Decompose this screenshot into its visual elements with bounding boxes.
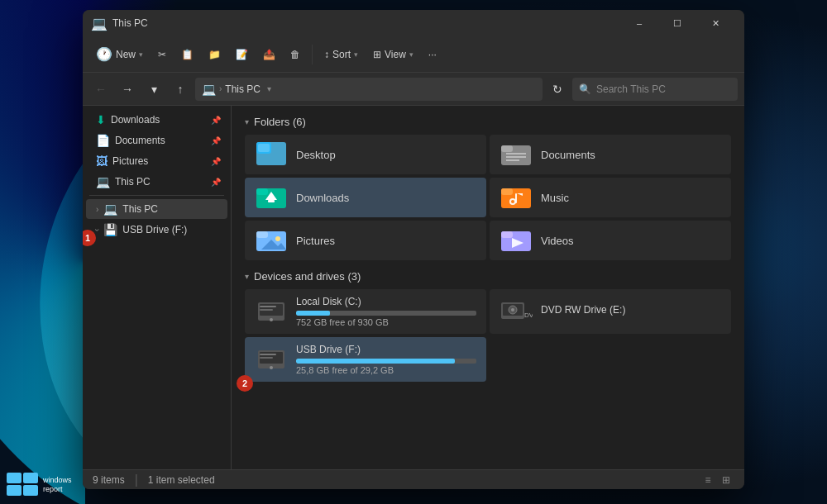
pin-icon-documents: 📌	[211, 136, 221, 145]
drive-thumb-f	[255, 345, 288, 374]
more-button[interactable]: ···	[422, 45, 443, 64]
sidebar-label-thispc-quick: This PC	[115, 176, 206, 188]
sidebar-label-pictures: Pictures	[112, 155, 206, 167]
svg-rect-40	[7, 473, 22, 483]
rename-button[interactable]: 📝	[229, 45, 255, 64]
new-button[interactable]: 🕐 New ▾	[89, 43, 150, 65]
drives-section-arrow[interactable]: ▾	[245, 272, 249, 281]
svg-rect-23	[501, 231, 513, 238]
back-button[interactable]: ←	[89, 78, 112, 101]
paste-button[interactable]: 📁	[202, 45, 227, 64]
status-bar: 9 items | 1 item selected ≡ ⊞	[83, 469, 744, 489]
drive-item-f[interactable]: USB Drive (F:) 25,8 GB free of 29,2 GB 2	[245, 337, 486, 382]
sidebar-item-downloads[interactable]: ⬇ Downloads 📌	[86, 110, 227, 130]
folders-section-arrow[interactable]: ▾	[245, 117, 249, 126]
close-button[interactable]: ✕	[696, 10, 734, 36]
folder-name-downloads: Downloads	[296, 192, 349, 204]
copy-icon: 📋	[181, 49, 194, 60]
folder-item-pictures[interactable]: Pictures	[245, 221, 486, 260]
svg-point-21	[275, 236, 280, 241]
window-title: This PC	[112, 17, 620, 29]
folders-section-title: Folders (6)	[254, 116, 306, 128]
maximize-button[interactable]: ☐	[658, 10, 696, 36]
sidebar-label-usb: USB Drive (F:)	[122, 224, 221, 235]
folder-thumb-documents	[500, 141, 533, 168]
sidebar-item-this-pc[interactable]: › 💻 This PC	[86, 199, 227, 219]
sidebar: ⬇ Downloads 📌 📄 Documents 📌 🖼 Pictures 📌…	[83, 106, 232, 469]
drive-item-c[interactable]: Local Disk (C:) 752 GB free of 930 GB	[245, 289, 486, 334]
expand-arrow-thispc: ›	[96, 205, 98, 214]
forward-button[interactable]: →	[116, 78, 139, 101]
sidebar-item-usb-drive[interactable]: › 💾 USB Drive (F:) 1	[86, 220, 227, 240]
search-placeholder: Search This PC	[596, 83, 666, 95]
share-button[interactable]: 📤	[256, 45, 282, 64]
sidebar-item-documents[interactable]: 📄 Documents 📌	[86, 131, 227, 150]
sidebar-label-downloads: Downloads	[111, 114, 206, 126]
refresh-button[interactable]: ↻	[546, 78, 569, 101]
sidebar-item-pictures[interactable]: 🖼 Pictures 📌	[86, 151, 227, 171]
drive-space-c: 752 GB free of 930 GB	[296, 317, 476, 327]
copy-button[interactable]: 📋	[174, 45, 200, 64]
status-selection: 1 item selected	[148, 474, 215, 486]
expand-arrow-usb: ›	[93, 228, 102, 231]
folder-item-documents[interactable]: Documents	[490, 135, 731, 174]
path-dropdown-icon: ▾	[267, 84, 271, 93]
drive-info-c: Local Disk (C:) 752 GB free of 930 GB	[296, 296, 476, 327]
drive-bar-container-c	[296, 311, 476, 316]
address-bar: ← → ▾ ↑ 💻 › This PC ▾ ↻ 🔍 Search This PC	[83, 73, 744, 106]
toolbar: 🕐 New ▾ ✂ 📋 📁 📝 📤 🗑 ↕ Sort ▾ ⊞	[83, 36, 744, 73]
usb-drive-icon: 💾	[103, 223, 117, 236]
pictures-folder-icon: 🖼	[96, 155, 108, 168]
sort-icon: ↕	[324, 49, 329, 60]
folder-thumb-music	[500, 184, 533, 211]
paste-icon: 📁	[208, 49, 221, 60]
folder-item-music[interactable]: Music	[490, 178, 731, 217]
window-icon: 💻	[93, 17, 106, 30]
thispc-icon-quick: 💻	[96, 175, 110, 188]
minimize-button[interactable]: –	[620, 10, 658, 36]
grid-view-button[interactable]: ⊞	[718, 472, 734, 488]
sort-button[interactable]: ↕ Sort ▾	[318, 45, 365, 64]
search-icon: 🔍	[579, 83, 591, 95]
toolbar-separator	[312, 45, 313, 64]
folder-item-desktop[interactable]: Desktop	[245, 135, 486, 174]
search-box[interactable]: 🔍 Search This PC	[572, 78, 738, 101]
downloads-folder-icon: ⬇	[96, 113, 106, 126]
folders-section-header: ▾ Folders (6)	[245, 116, 731, 128]
folder-item-downloads[interactable]: Downloads	[245, 178, 486, 217]
window-controls: – ☐ ✕	[620, 10, 734, 36]
pin-icon-pictures: 📌	[211, 157, 221, 166]
title-bar: 💻 This PC – ☐ ✕	[83, 10, 744, 36]
path-chevron: ›	[219, 84, 222, 93]
svg-point-37	[270, 366, 273, 369]
expand-button[interactable]: ▾	[142, 78, 165, 101]
up-button[interactable]: ↑	[169, 78, 192, 101]
drive-thumb-e: DVD	[500, 297, 533, 326]
sidebar-label-this-pc: This PC	[122, 203, 158, 215]
list-view-button[interactable]: ≡	[700, 472, 716, 488]
svg-rect-28	[260, 306, 276, 307]
address-path[interactable]: 💻 › This PC ▾	[195, 78, 543, 101]
sidebar-item-thispc-quick[interactable]: 💻 This PC 📌	[86, 172, 227, 192]
svg-rect-38	[260, 354, 276, 355]
drive-item-e[interactable]: DVD DVD RW Drive (E:)	[490, 289, 731, 334]
badge-2: 2	[237, 375, 253, 392]
badge-1: 1	[83, 230, 96, 246]
svg-rect-42	[7, 485, 22, 496]
svg-point-33	[511, 308, 514, 311]
status-separator: |	[135, 473, 138, 487]
folder-name-pictures: Pictures	[296, 235, 335, 247]
delete-button[interactable]: 🗑	[284, 45, 307, 64]
view-button[interactable]: ⊞ View ▾	[366, 45, 420, 64]
folder-name-videos: Videos	[541, 235, 574, 247]
svg-rect-43	[23, 485, 38, 496]
cut-button[interactable]: ✂	[151, 45, 173, 64]
windows-report-logo: windows report	[7, 473, 72, 497]
drive-space-f: 25,8 GB free of 29,2 GB	[296, 365, 476, 375]
drives-grid: Local Disk (C:) 752 GB free of 930 GB	[245, 289, 731, 382]
folder-item-videos[interactable]: Videos	[490, 221, 731, 260]
drives-section-header: ▾ Devices and drives (3)	[245, 270, 731, 283]
status-item-count: 9 items	[93, 474, 125, 486]
scissors-icon: ✂	[158, 49, 166, 60]
view-icon: ⊞	[373, 49, 381, 60]
